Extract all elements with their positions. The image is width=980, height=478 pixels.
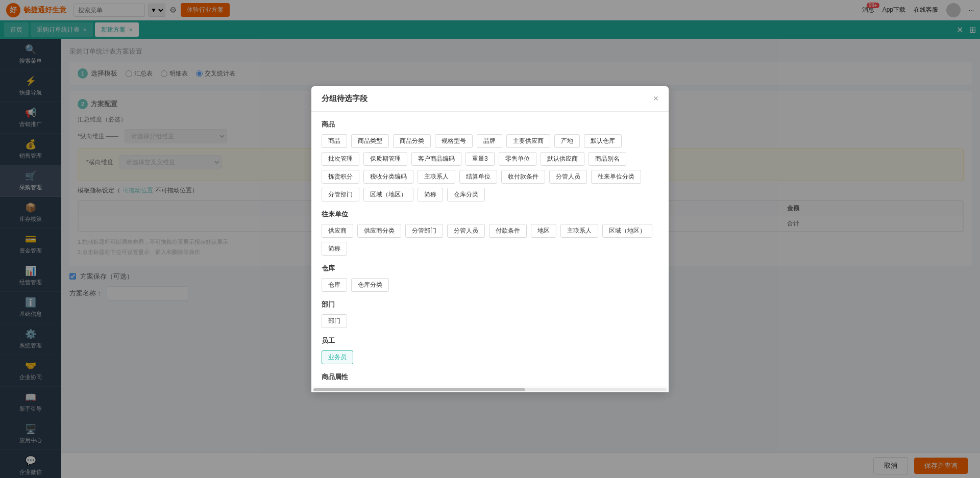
field-tag-supplier[interactable]: 供应商 xyxy=(322,224,353,238)
field-tag-default-supplier[interactable]: 默认供应商 xyxy=(541,152,584,166)
field-tag-retail-unit[interactable]: 零售单位 xyxy=(499,152,536,166)
field-tags-employee: 业务员 xyxy=(322,350,658,364)
field-tag-customer-code[interactable]: 客户商品编码 xyxy=(411,152,461,166)
field-tags-dept: 部门 xyxy=(322,314,658,328)
section-title-product-attr: 商品属性 xyxy=(322,372,658,382)
field-tag-pick-points[interactable]: 拣货积分 xyxy=(322,170,359,184)
field-tag-warehouse-cat[interactable]: 仓库分类 xyxy=(447,188,485,202)
field-tag-partner-dept[interactable]: 分管部门 xyxy=(405,224,443,238)
field-tag-partner-contact[interactable]: 主联系人 xyxy=(560,224,598,238)
field-tag-district[interactable]: 地区 xyxy=(531,224,556,238)
field-tag-tax-code[interactable]: 税收分类编码 xyxy=(363,170,413,184)
field-tag-shelf-life[interactable]: 保质期管理 xyxy=(363,152,407,166)
field-tag-batch-mgmt[interactable]: 批次管理 xyxy=(322,152,359,166)
field-tag-warehouse-category[interactable]: 仓库分类 xyxy=(351,278,389,292)
field-tag-partner-region[interactable]: 区域（地区） xyxy=(602,224,652,238)
section-title-product: 商品 xyxy=(322,120,658,129)
field-tag-product-alias[interactable]: 商品别名 xyxy=(589,152,626,166)
modal-header: 分组待选字段 × xyxy=(311,86,669,112)
field-tags-warehouse: 仓库 仓库分类 xyxy=(322,278,658,292)
section-title-partner: 往来单位 xyxy=(322,210,658,219)
field-tag-warehouse[interactable]: 仓库 xyxy=(322,278,347,292)
field-tag-main-contact[interactable]: 主联系人 xyxy=(418,170,455,184)
modal-overlay: 分组待选字段 × 商品 商品 商品类型 商品分类 规格型号 品牌 主要供应商 产… xyxy=(0,0,980,478)
field-tag-weight3[interactable]: 重量3 xyxy=(465,152,495,166)
field-tag-region[interactable]: 区域（地区） xyxy=(363,188,413,202)
field-tag-product-category[interactable]: 商品分类 xyxy=(393,134,431,148)
field-tag-payment-terms[interactable]: 收付款条件 xyxy=(501,170,545,184)
modal-body: 商品 商品 商品类型 商品分类 规格型号 品牌 主要供应商 产地 默认仓库 批次… xyxy=(311,112,669,387)
field-tag-payment-cond[interactable]: 付款条件 xyxy=(489,224,527,238)
field-tag-partner-category[interactable]: 往来单位分类 xyxy=(591,170,641,184)
field-tags-product: 商品 商品类型 商品分类 规格型号 品牌 主要供应商 产地 默认仓库 批次管理 … xyxy=(322,134,658,202)
field-tag-product-type[interactable]: 商品类型 xyxy=(351,134,389,148)
section-title-employee: 员工 xyxy=(322,336,658,345)
field-tags-partner: 供应商 供应商分类 分管部门 分管人员 付款条件 地区 主联系人 区域（地区） … xyxy=(322,224,658,256)
field-tag-dept[interactable]: 部门 xyxy=(322,314,347,328)
section-title-dept: 部门 xyxy=(322,300,658,309)
field-tag-supervisor[interactable]: 分管人员 xyxy=(549,170,587,184)
field-tag-short-name[interactable]: 简称 xyxy=(418,188,443,202)
field-tag-salesperson[interactable]: 业务员 xyxy=(322,350,353,364)
field-tag-brand[interactable]: 品牌 xyxy=(477,134,502,148)
field-tag-supplier-cat[interactable]: 供应商分类 xyxy=(357,224,401,238)
field-tag-main-supplier[interactable]: 主要供应商 xyxy=(506,134,550,148)
field-tag-partner-supervisor[interactable]: 分管人员 xyxy=(447,224,485,238)
field-tag-dept-mgmt[interactable]: 分管部门 xyxy=(322,188,359,202)
field-tag-spec-model[interactable]: 规格型号 xyxy=(435,134,473,148)
field-tag-settlement-unit[interactable]: 结算单位 xyxy=(459,170,497,184)
modal-close-button[interactable]: × xyxy=(653,93,658,104)
field-tag-default-warehouse[interactable]: 默认仓库 xyxy=(584,134,622,148)
modal-title: 分组待选字段 xyxy=(322,94,368,104)
section-title-warehouse: 仓库 xyxy=(322,264,658,273)
field-tag-product[interactable]: 商品 xyxy=(322,134,347,148)
modal: 分组待选字段 × 商品 商品 商品类型 商品分类 规格型号 品牌 主要供应商 产… xyxy=(311,86,669,392)
field-tag-origin[interactable]: 产地 xyxy=(554,134,580,148)
field-tag-partner-shortname[interactable]: 简称 xyxy=(322,242,347,256)
